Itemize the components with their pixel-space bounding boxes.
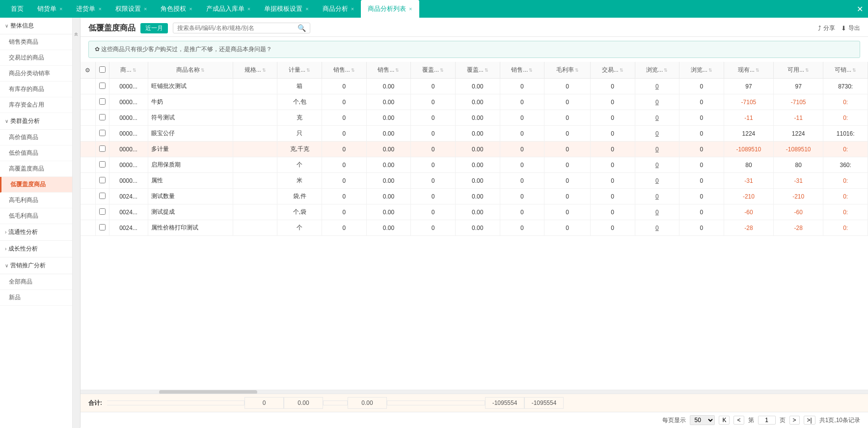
row-views1[interactable]: 0 (635, 173, 679, 189)
col-header-unit[interactable]: 计量...⇅ (277, 62, 322, 79)
sidebar-item-low-margin[interactable]: 低毛利商品 (0, 208, 72, 224)
row-views1[interactable]: 0 (635, 110, 679, 126)
close-icon[interactable]: × (351, 6, 354, 12)
nav-tab-permissions[interactable]: 权限设置 × (108, 0, 154, 18)
checkbox-col-header[interactable] (95, 62, 109, 79)
row-settings[interactable] (81, 94, 95, 110)
sidebar-item-high-value[interactable]: 高价值商品 (0, 130, 72, 145)
row-views1[interactable]: 0 (635, 189, 679, 204)
row-checkbox[interactable] (95, 157, 109, 173)
nav-tab-template[interactable]: 单据模板设置 × (257, 0, 315, 18)
sidebar-item-new-goods[interactable]: 新品 (0, 290, 72, 306)
col-header-name[interactable]: 商品名称⇅ (148, 62, 233, 79)
prev-page-button[interactable]: < (733, 416, 744, 425)
row-views1[interactable]: 0 (635, 79, 679, 94)
row-views1[interactable]: 0 (635, 220, 679, 236)
row-select-checkbox[interactable] (99, 114, 106, 120)
row-checkbox[interactable] (95, 220, 109, 236)
row-settings[interactable] (81, 157, 95, 173)
col-header-spec[interactable]: 规格...⇅ (233, 62, 277, 79)
row-settings[interactable] (81, 173, 95, 189)
col-header-transactions[interactable]: 交易...⇅ (590, 62, 635, 79)
row-settings[interactable] (81, 126, 95, 142)
row-select-checkbox[interactable] (99, 130, 106, 136)
close-icon[interactable]: × (59, 6, 62, 12)
sidebar-item-sales-goods[interactable]: 销售类商品 (0, 34, 72, 50)
sidebar-item-stock-capital[interactable]: 库存资金占用 (0, 97, 72, 113)
sidebar-section-growth[interactable]: › 成长性分析 (0, 241, 72, 257)
sidebar-section-overall[interactable]: ∨ 整体信息 (0, 18, 72, 34)
sidebar-item-high-margin[interactable]: 高毛利商品 (0, 193, 72, 208)
last-page-button[interactable]: >| (804, 416, 815, 425)
settings-col-header[interactable]: ⚙ (81, 62, 95, 79)
row-select-checkbox[interactable] (99, 224, 106, 230)
row-settings[interactable] (81, 189, 95, 204)
row-views1[interactable]: 0 (635, 126, 679, 142)
row-select-checkbox[interactable] (99, 177, 106, 183)
current-page-input[interactable] (758, 416, 776, 425)
sidebar-item-category-rate[interactable]: 商品分类动销率 (0, 66, 72, 82)
sidebar-item-low-value[interactable]: 低价值商品 (0, 145, 72, 161)
col-header-sales-qty[interactable]: 销售...⇅ (322, 62, 367, 79)
page-size-select[interactable]: 50 20 100 (690, 415, 715, 425)
window-close-button[interactable]: ✕ (857, 4, 863, 14)
nav-tab-analysis-list[interactable]: 商品分析列表 × (361, 0, 419, 18)
row-settings[interactable] (81, 110, 95, 126)
select-all-checkbox[interactable] (99, 66, 106, 73)
row-settings[interactable] (81, 142, 95, 157)
close-icon[interactable]: × (247, 6, 250, 12)
sidebar-item-low-coverage[interactable]: 低覆盖度商品 (0, 177, 72, 193)
row-views1[interactable]: 0 (635, 157, 679, 173)
next-page-button[interactable]: > (789, 416, 800, 425)
row-select-checkbox[interactable] (99, 145, 106, 152)
horizontal-scrollbar[interactable] (81, 390, 868, 394)
first-page-button[interactable]: K (719, 416, 730, 425)
sidebar-collapse-button[interactable]: « (73, 18, 81, 428)
col-header-views1[interactable]: 浏览...⇅ (635, 62, 679, 79)
sidebar-section-group-analysis[interactable]: ∨ 类群盈分析 (0, 113, 72, 130)
row-checkbox[interactable] (95, 204, 109, 220)
row-settings[interactable] (81, 220, 95, 236)
row-settings[interactable] (81, 79, 95, 94)
col-header-sellable[interactable]: 可销...⇅ (823, 62, 868, 79)
sidebar-item-all-goods[interactable]: 全部商品 (0, 274, 72, 290)
col-header-coverage1[interactable]: 覆盖...⇅ (411, 62, 456, 79)
col-header-sales3[interactable]: 销售...⇅ (500, 62, 544, 79)
row-checkbox[interactable] (95, 110, 109, 126)
col-header-views2[interactable]: 浏览...⇅ (679, 62, 724, 79)
nav-tab-sales[interactable]: 销货单 × (30, 0, 69, 18)
row-select-checkbox[interactable] (99, 98, 106, 105)
close-icon[interactable]: × (305, 6, 308, 12)
row-select-checkbox[interactable] (99, 161, 106, 168)
row-checkbox[interactable] (95, 189, 109, 204)
row-checkbox[interactable] (95, 126, 109, 142)
row-settings[interactable] (81, 204, 95, 220)
close-icon[interactable]: × (144, 6, 147, 12)
nav-tab-purchase[interactable]: 进货单 × (69, 0, 108, 18)
sidebar-item-traded-goods[interactable]: 交易过的商品 (0, 50, 72, 66)
row-views1[interactable]: 0 (635, 94, 679, 110)
share-button[interactable]: ⤴ 分享 (818, 24, 835, 32)
nav-tab-home[interactable]: 首页 (4, 0, 30, 18)
nav-tab-products[interactable]: 产成品入库单 × (199, 0, 257, 18)
col-header-gross-margin[interactable]: 毛利率⇅ (544, 62, 591, 79)
row-select-checkbox[interactable] (99, 83, 106, 89)
row-views1[interactable]: 0 (635, 204, 679, 220)
col-header-current-stock[interactable]: 现有...⇅ (724, 62, 773, 79)
close-icon[interactable]: × (98, 6, 101, 12)
search-icon[interactable]: 🔍 (298, 24, 306, 32)
close-icon[interactable]: × (409, 6, 412, 12)
row-checkbox[interactable] (95, 142, 109, 157)
col-header-available-stock[interactable]: 可用...⇅ (774, 62, 823, 79)
col-header-coverage2[interactable]: 覆盖...⇅ (455, 62, 500, 79)
col-header-sales-amt[interactable]: 销售...⇅ (366, 62, 411, 79)
data-table-container[interactable]: ⚙ 商...⇅ 商品名称⇅ 规格...⇅ 计量...⇅ 销售...⇅ 销售...… (81, 62, 868, 390)
row-checkbox[interactable] (95, 173, 109, 189)
sidebar-item-in-stock[interactable]: 有库存的商品 (0, 82, 72, 97)
row-select-checkbox[interactable] (99, 193, 106, 199)
row-checkbox[interactable] (95, 94, 109, 110)
export-button[interactable]: ⬇ 导出 (841, 24, 860, 32)
row-views1[interactable]: 0 (635, 142, 679, 157)
close-icon[interactable]: × (189, 6, 192, 12)
search-input[interactable] (177, 25, 298, 31)
